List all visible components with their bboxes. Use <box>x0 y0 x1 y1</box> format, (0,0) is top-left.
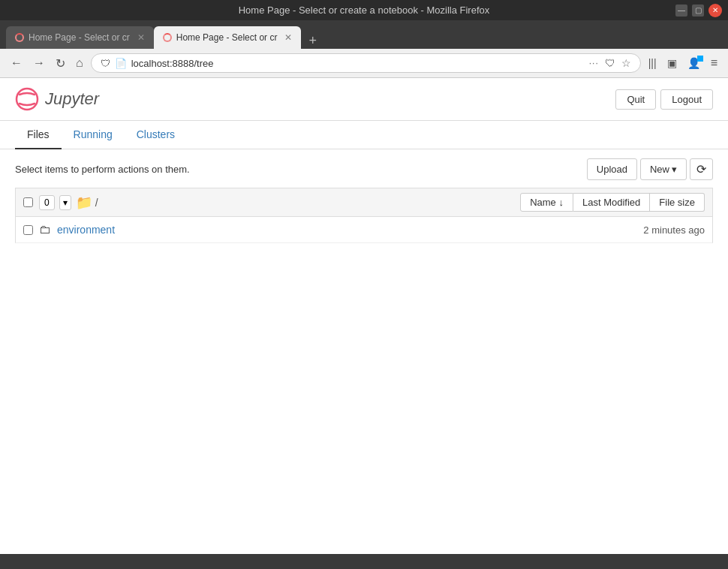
close-button[interactable]: ✕ <box>708 4 722 17</box>
sidebar-toggle-button[interactable]: ▣ <box>664 56 680 71</box>
refresh-button[interactable]: ↻ <box>53 55 68 72</box>
tab-label-1: Home Page - Select or cr <box>176 32 278 43</box>
select-info: Select items to perform actions on them. <box>15 164 190 175</box>
bookmark-icon: ☆ <box>621 57 631 69</box>
profile-button[interactable]: 👤 <box>684 56 703 71</box>
pocket-icon: 🛡 <box>605 57 615 69</box>
back-button[interactable]: ← <box>8 55 26 71</box>
upload-button[interactable]: Upload <box>587 158 637 180</box>
jupyter-content: Jupyter Quit Logout Files Running Cluste… <box>0 78 728 563</box>
more-icon: ··· <box>589 58 599 68</box>
home-button[interactable]: ⌂ <box>73 55 86 71</box>
tab-spinner-0 <box>15 33 24 42</box>
jupyter-logo-text: Jupyter <box>45 89 99 109</box>
url-text[interactable]: localhost:8888/tree <box>131 58 585 69</box>
action-buttons: Upload New ▾ ⟳ <box>587 158 713 180</box>
content-tabs: Files Running Clusters <box>0 121 728 149</box>
file-actions-row: Select items to perform actions on them.… <box>15 158 713 180</box>
menu-button[interactable]: ≡ <box>708 55 720 71</box>
tab-close-1[interactable]: ✕ <box>284 32 292 43</box>
shield-icon: 🛡 <box>101 58 110 69</box>
page-title: Home Page - Select or create a notebook … <box>239 5 490 16</box>
tabs-bar: Home Page - Select or cr ✕ Home Page - S… <box>0 20 728 49</box>
last-modified-sort-button[interactable]: Last Modified <box>573 193 650 212</box>
minimize-button[interactable]: — <box>675 5 687 17</box>
name-sort-icon: ↓ <box>558 197 564 208</box>
file-row-checkbox-0[interactable] <box>23 225 33 235</box>
count-dropdown[interactable]: ▾ <box>59 195 71 210</box>
title-bar: Home Page - Select or create a notebook … <box>0 0 728 20</box>
file-manager: Select items to perform actions on them.… <box>0 149 728 252</box>
url-bar[interactable]: 🛡 📄 localhost:8888/tree ··· 🛡 ☆ <box>91 53 641 73</box>
file-list-header: 0 ▾ 📁 / Name ↓ Last Modified File size <box>15 188 713 217</box>
count-badge: 0 <box>39 195 55 210</box>
window-controls: — ▢ ✕ <box>675 4 722 17</box>
new-label: New <box>650 164 669 175</box>
browser-tab-1[interactable]: Home Page - Select or cr ✕ <box>154 26 302 49</box>
table-row: 🗀 environment 2 minutes ago <box>15 217 713 243</box>
column-headers: Name ↓ Last Modified File size <box>520 193 705 212</box>
forward-button[interactable]: → <box>30 55 48 71</box>
name-sort-button[interactable]: Name ↓ <box>520 193 573 212</box>
folder-row-icon: 🗀 <box>39 223 51 236</box>
folder-icon: 📁 <box>76 194 92 211</box>
jupyter-header: Jupyter Quit Logout <box>0 78 728 121</box>
select-all-checkbox[interactable] <box>23 197 33 207</box>
page-icon: 📄 <box>115 58 127 69</box>
bottom-bar <box>0 554 728 569</box>
file-time-0: 2 minutes ago <box>643 224 705 236</box>
maximize-button[interactable]: ▢ <box>692 5 704 17</box>
library-button[interactable]: ||| <box>645 56 660 71</box>
new-button[interactable]: New ▾ <box>640 158 687 180</box>
tab-label-0: Home Page - Select or cr <box>29 32 130 43</box>
svg-point-0 <box>17 89 38 110</box>
jupyter-logo: Jupyter <box>15 87 99 111</box>
name-col-label: Name <box>530 197 556 208</box>
header-buttons: Quit Logout <box>615 89 713 110</box>
tab-spinner-1 <box>163 33 172 42</box>
url-icons: ··· 🛡 ☆ <box>589 57 631 69</box>
logout-button[interactable]: Logout <box>660 89 713 110</box>
refresh-button-files[interactable]: ⟳ <box>690 158 713 180</box>
new-dropdown-icon: ▾ <box>672 164 677 175</box>
breadcrumb: / <box>95 197 98 209</box>
tab-clusters[interactable]: Clusters <box>125 121 187 149</box>
toolbar-right: ||| ▣ 👤 ≡ <box>645 55 720 71</box>
tab-close-0[interactable]: ✕ <box>137 32 145 43</box>
quit-button[interactable]: Quit <box>615 89 656 110</box>
file-size-sort-button[interactable]: File size <box>650 193 705 212</box>
tab-running[interactable]: Running <box>62 121 125 149</box>
file-link-0[interactable]: environment <box>57 224 115 236</box>
address-bar: ← → ↻ ⌂ 🛡 📄 localhost:8888/tree ··· 🛡 ☆ … <box>0 49 728 78</box>
browser-tab-0[interactable]: Home Page - Select or cr ✕ <box>6 26 154 49</box>
tab-files[interactable]: Files <box>15 121 62 149</box>
jupyter-logo-icon <box>15 87 39 111</box>
new-tab-button[interactable]: + <box>304 33 321 49</box>
